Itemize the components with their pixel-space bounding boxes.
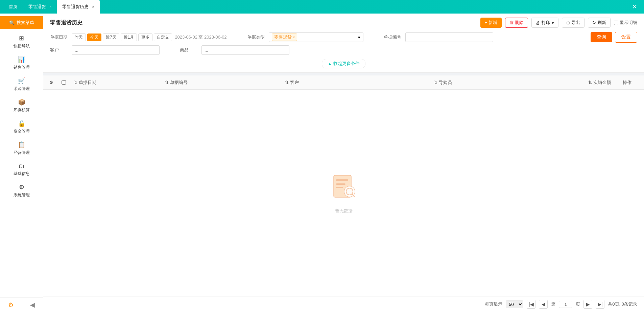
filter-date-group: 单据日期 昨天 今天 近7天 近1月 更多 自定义 2023-06-02 至 2… [50, 34, 227, 41]
sidebar-item-system-mgmt[interactable]: ⚙ 系统管理 [0, 179, 43, 201]
tab-retail-return[interactable]: 零售退货 × [23, 0, 57, 14]
date-btn-more[interactable]: 更多 [138, 34, 152, 41]
page-size-select[interactable]: 10 20 50 100 [506, 300, 523, 308]
filter-customer-group: 客户 [50, 45, 160, 55]
export-button[interactable]: ⊙ 导出 [562, 18, 585, 28]
system-mgmt-icon: ⚙ [19, 183, 24, 191]
sidebar-item-quick-nav[interactable]: ⊞ 快捷导航 [0, 30, 43, 52]
date-label: 单据日期 [50, 34, 69, 40]
bill-no-label: 单据编号 [384, 34, 403, 40]
page-title-row: 零售退货历史 + 新增 🗑 删除 🖨 打印 ▾ ⊙ 导出 ↻ 刷新 [50, 18, 637, 28]
filter-goods-group: 商品 [180, 45, 289, 55]
table-header: ⚙ ⇅ 单据日期 ⇅ 单据编号 ⇅ 客户 ⇅ [43, 75, 644, 90]
sidebar-item-finance-mgmt-label: 资金管理 [14, 129, 30, 134]
print-label: 打印 [542, 20, 550, 26]
page-number-input[interactable]: 1 [559, 301, 572, 308]
th-bill-no[interactable]: ⇅ 单据编号 [162, 80, 282, 86]
sidebar-item-purchase-mgmt-label: 采购管理 [14, 86, 30, 92]
delete-button[interactable]: 🗑 删除 [505, 18, 528, 28]
window-close-button[interactable]: ✕ [629, 3, 641, 10]
date-btn-yesterday[interactable]: 昨天 [72, 34, 86, 41]
sidebar-item-stock-check[interactable]: 📦 库存核算 [0, 94, 43, 116]
sort-icon-date: ⇅ [74, 80, 77, 85]
goods-label: 商品 [180, 47, 199, 53]
tab-retail-return-history-close[interactable]: × [92, 5, 94, 9]
th-amount[interactable]: ⇅ 实销金额 [551, 80, 614, 86]
sort-icon-bill-no: ⇅ [165, 80, 169, 85]
basic-info-icon: 🗂 [19, 162, 25, 170]
filter-row-1: 单据日期 昨天 今天 近7天 近1月 更多 自定义 2023-06-02 至 2… [50, 32, 637, 43]
th-amount-label: 实销金额 [593, 80, 611, 86]
sidebar-item-purchase-mgmt[interactable]: 🛒 采购管理 [0, 73, 43, 94]
sidebar-item-operations-mgmt-label: 经营管理 [14, 150, 30, 156]
page-label: 第 [551, 301, 555, 307]
th-guide-label: 导购员 [439, 80, 452, 86]
bill-type-label: 单据类型 [247, 34, 266, 40]
sidebar-item-basic-info[interactable]: 🗂 基础信息 [0, 158, 43, 179]
sidebar-search[interactable]: 🔍 搜索菜单 [0, 16, 43, 29]
filter-bill-no-group: 单据编号 [384, 32, 493, 42]
tab-home[interactable]: 首页 [3, 0, 23, 14]
sidebar-item-operations-mgmt[interactable]: 📋 经营管理 [0, 137, 43, 158]
sales-mgmt-icon: 📊 [18, 56, 25, 63]
sidebar-item-finance-mgmt[interactable]: 🔒 资金管理 [0, 116, 43, 137]
sidebar-item-sales-mgmt[interactable]: 📊 销售管理 [0, 52, 43, 73]
sidebar-settings-icon[interactable]: ⚙ [8, 301, 14, 309]
sidebar-item-sales-mgmt-label: 销售管理 [14, 65, 30, 70]
filter-row-2: 客户 商品 [50, 45, 637, 55]
sidebar-collapse-icon[interactable]: ◀ [30, 301, 35, 309]
th-settings[interactable]: ⚙ [47, 80, 59, 85]
tab-retail-return-close[interactable]: × [49, 5, 51, 9]
collapse-button[interactable]: ▲ 收起更多条件 [322, 59, 365, 68]
date-btn-last1month[interactable]: 近1月 [121, 34, 137, 41]
settings-column-icon[interactable]: ⚙ [49, 80, 53, 85]
add-button[interactable]: + 新增 [480, 18, 502, 28]
date-range: 2023-06-02 至 2023-06-02 [175, 34, 226, 40]
th-bill-no-label: 单据编号 [170, 80, 188, 86]
first-page-button[interactable]: |◀ [527, 300, 535, 309]
prev-page-button[interactable]: ◀ [539, 300, 548, 309]
main-layout: 🔍 搜索菜单 ⊞ 快捷导航 📊 销售管理 🛒 采购管理 📦 库存核算 🔒 资金管… [0, 14, 644, 312]
query-button[interactable]: 查询 [591, 32, 612, 42]
print-button[interactable]: 🖨 打印 ▾ [531, 18, 558, 28]
collapse-icon: ▲ [328, 61, 332, 66]
pagination: 每页显示 10 20 50 100 |◀ ◀ 第 1 页 ▶ ▶| 共0页, 0… [43, 296, 644, 312]
date-btn-custom[interactable]: 自定义 [154, 34, 172, 41]
goods-input[interactable] [201, 45, 289, 55]
last-page-button[interactable]: ▶| [596, 300, 604, 309]
th-customer-label: 客户 [290, 80, 299, 86]
table-container: ⚙ ⇅ 单据日期 ⇅ 单据编号 ⇅ 客户 ⇅ [43, 75, 644, 312]
bill-no-input[interactable] [405, 32, 493, 42]
page-unit: 页 [576, 301, 580, 307]
bill-type-select[interactable]: 零售退货 × ▾ [269, 32, 363, 42]
filter-settings-button[interactable]: 设置 [615, 32, 637, 43]
bill-type-dropdown-icon[interactable]: ▾ [358, 35, 360, 40]
quick-nav-icon: ⊞ [19, 35, 24, 42]
page-size-label: 每页显示 [485, 301, 502, 307]
refresh-button[interactable]: ↻ 刷新 [588, 18, 611, 28]
date-btn-today[interactable]: 今天 [87, 34, 101, 41]
th-customer[interactable]: ⇅ 客户 [282, 80, 431, 86]
bill-type-tag-text: 零售退货 [274, 34, 292, 40]
bill-type-tag-remove[interactable]: × [293, 36, 295, 39]
sidebar-search-label: 搜索菜单 [17, 20, 34, 26]
svg-rect-2 [336, 183, 345, 185]
sidebar-item-basic-info-label: 基础信息 [14, 171, 30, 177]
top-bar: 首页 零售退货 × 零售退货历史 × ✕ [0, 0, 644, 14]
sidebar-item-quick-nav-label: 快捷导航 [14, 43, 30, 49]
filter-bill-type-group: 单据类型 零售退货 × ▾ [247, 32, 363, 42]
customer-input[interactable] [72, 45, 160, 55]
date-btn-last7[interactable]: 近7天 [103, 34, 119, 41]
show-detail-checkbox-label[interactable]: 显示明细 [614, 20, 637, 26]
customer-label: 客户 [50, 47, 69, 53]
select-all-checkbox[interactable] [62, 80, 66, 85]
toolbar: + 新增 🗑 删除 🖨 打印 ▾ ⊙ 导出 ↻ 刷新 显示明细 [480, 18, 637, 28]
export-icon: ⊙ [566, 20, 570, 25]
tab-retail-return-history[interactable]: 零售退货历史 × [57, 0, 99, 14]
finance-mgmt-icon: 🔒 [18, 120, 25, 127]
show-detail-checkbox[interactable] [614, 21, 618, 25]
next-page-button[interactable]: ▶ [583, 300, 592, 309]
th-checkbox[interactable] [59, 80, 71, 85]
th-date[interactable]: ⇅ 单据日期 [71, 80, 162, 86]
th-guide[interactable]: ⇅ 导购员 [431, 80, 551, 86]
